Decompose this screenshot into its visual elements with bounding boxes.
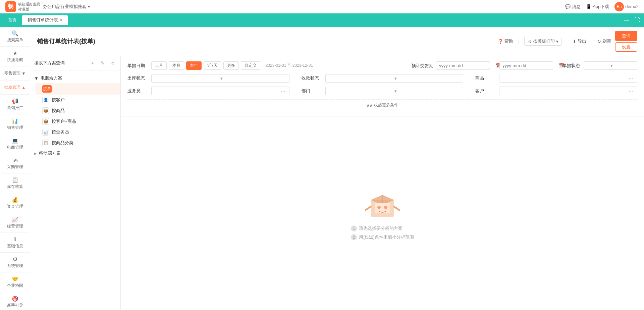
filter-row-2: 出库状态 ▾ 收款状态 ▾ 商品 ···	[127, 74, 637, 83]
delivery-status-select[interactable]: ▾	[151, 74, 289, 83]
sidebar-item-basic-info[interactable]: ℹ 基础信息	[0, 233, 30, 253]
scheme-by-order[interactable]: 按单	[36, 83, 120, 95]
scheme-by-goods-category[interactable]: 📋 按商品分类	[36, 138, 120, 148]
scheme-by-goods[interactable]: 📦 按商品	[36, 105, 120, 116]
order-status-select[interactable]: ▾	[584, 61, 637, 70]
salesman-label: 业务员	[127, 88, 146, 94]
goods-category-icon: 📋	[42, 140, 49, 146]
svg-point-4	[377, 206, 381, 209]
app-download-button[interactable]: 📱 App下载	[586, 4, 609, 10]
left-panel-header: 按以下方案查询 + ✎ «	[30, 56, 120, 70]
tab-close-icon[interactable]: ×	[60, 18, 62, 22]
edit-scheme-button[interactable]: ✎	[99, 59, 106, 67]
chevron-up-icon: ▲	[22, 85, 26, 90]
date-btn-last7days[interactable]: 近7天	[204, 61, 221, 70]
chevron-down-icon2: ▼	[34, 76, 39, 81]
sidebar-item-inventory[interactable]: 📋 库存核算	[0, 173, 30, 193]
pc-group-toggle[interactable]: ▼ 电脑端方案	[30, 73, 120, 83]
expand-arrow-icon: ▶	[34, 152, 37, 155]
sidebar-item-quick-nav[interactable]: ★ 快捷导航	[0, 47, 30, 66]
scheme-by-customer[interactable]: 👤 按客户	[36, 95, 120, 105]
breadcrumb[interactable]: 办公用品行业模拟账套 ▾	[43, 4, 90, 10]
gear-icon: ⚙	[13, 256, 17, 262]
goods-input[interactable]	[502, 76, 628, 81]
info-icon: ℹ	[14, 236, 16, 243]
sidebar-item-retail[interactable]: 零售管理 ▼	[0, 66, 30, 81]
collapse-button[interactable]: ∧∧ 收起更多条件	[367, 102, 398, 108]
salesman-input-wrap: ···	[151, 87, 289, 95]
message-button[interactable]: 💬 消息	[565, 4, 581, 10]
tab-minimize-button[interactable]: —	[623, 16, 631, 24]
sidebar-item-operations[interactable]: 📈 经营管理	[0, 213, 30, 233]
expected-date-to-wrap: 📅	[499, 61, 553, 70]
customer-dots[interactable]: ···	[628, 88, 634, 94]
scheme-by-salesman[interactable]: 📊 按业务员	[36, 127, 120, 138]
tab-sales-order-stats[interactable]: 销售订单统计表 ×	[22, 15, 68, 25]
tip-num-1: 1	[351, 225, 357, 231]
sidebar-item-marketing[interactable]: 📢 营销推广	[0, 95, 30, 114]
customer-label: 客户	[475, 88, 494, 94]
left-panel: 按以下方案查询 + ✎ « ▼ 电脑端方案 按单	[30, 56, 121, 310]
tab-home[interactable]: 首页	[3, 15, 22, 25]
date-btn-custom[interactable]: 自定义	[241, 61, 260, 70]
customer-icon: 👤	[42, 97, 49, 103]
date-btn-this-month[interactable]: 本月	[169, 61, 184, 70]
sidebar-item-ecommerce[interactable]: 💻 电商管理	[0, 134, 30, 154]
add-scheme-button[interactable]: +	[89, 59, 96, 67]
avatar: Ea	[614, 2, 624, 11]
print-icon: 🖨	[527, 39, 532, 44]
customer-input[interactable]	[502, 89, 628, 94]
sidebar-item-finance[interactable]: 💰 资金管理	[0, 193, 30, 213]
sidebar-item-wholesale[interactable]: 批发管理 ▲	[0, 81, 30, 95]
scheme-by-customer-goods[interactable]: 📦 按客户+商品	[36, 116, 120, 127]
top-bar: 畅 畅捷通好生意 标准版 办公用品行业模拟账套 ▾ 💬 消息 📱 App下载 E…	[0, 0, 644, 13]
help-button[interactable]: ❓ 帮助	[498, 38, 513, 44]
separator2	[567, 39, 567, 44]
order-status-arrow-icon: ▾	[610, 63, 634, 68]
svg-line-7	[394, 207, 399, 210]
sidebar-item-enterprise[interactable]: 🤝 企业协同	[0, 272, 30, 292]
sidebar-item-search[interactable]: 🔍 搜索菜单	[0, 27, 30, 47]
payment-status-select[interactable]: ▾	[325, 74, 464, 83]
settings-button[interactable]: 设置	[615, 42, 637, 52]
tree-area: ▼ 电脑端方案 按单 👤 按客户	[30, 70, 120, 310]
tab-bar: 首页 销售订单统计表 × — ⛶	[0, 13, 644, 27]
date-btn-more[interactable]: 更多	[223, 61, 239, 70]
page-actions: ❓ 帮助 🖨 按模板打印 ▾ ⬇ 导出 ↻ 刷新	[498, 31, 637, 56]
department-select[interactable]: ▾	[325, 87, 464, 95]
filter-area: 单据日期 上月 本月 本年 近7天 更多 自定义 2023-01-01 至 20…	[121, 56, 644, 116]
expected-date-to[interactable]	[502, 63, 559, 68]
sidebar-item-system[interactable]: ⚙ 系统管理	[0, 253, 30, 272]
print-button[interactable]: 🖨 按模板打印 ▾	[524, 37, 561, 46]
svg-point-5	[384, 206, 387, 209]
logo-area: 畅 畅捷通好生意 标准版	[5, 1, 40, 12]
department-label: 部门	[302, 88, 320, 94]
expected-date-from[interactable]	[439, 63, 495, 68]
salesman-dots[interactable]: ···	[280, 88, 286, 94]
sidebar-item-sales[interactable]: 📊 销售管理	[0, 114, 30, 134]
sidebar-item-purchase[interactable]: 🛍 采购管理	[0, 154, 30, 173]
query-btn-wrap: 查询 设置	[615, 31, 637, 52]
guide-icon: 🎯	[12, 296, 18, 302]
date-btn-this-year[interactable]: 本年	[186, 61, 202, 70]
mobile-group-toggle[interactable]: ▶ 移动端方案	[30, 148, 120, 158]
date-btn-last-month[interactable]: 上月	[151, 61, 167, 70]
empty-image	[362, 187, 402, 220]
collapse-panel-button[interactable]: «	[109, 59, 116, 67]
goods-dots[interactable]: ···	[628, 75, 634, 81]
date-range-text: 2023-01-01 至 2023-12-31	[266, 63, 313, 68]
order-status-label: 单据状态	[562, 63, 581, 69]
export-button[interactable]: ⬇ 导出	[573, 38, 586, 44]
inventory-icon: 📋	[12, 177, 18, 183]
salesman-input[interactable]	[154, 89, 280, 94]
user-menu-button[interactable]: Ea demo2	[614, 2, 639, 11]
purchase-icon: 🛍	[12, 157, 18, 163]
goods-scheme-icon: 📦	[42, 107, 49, 114]
search-icon: 🔍	[12, 30, 18, 37]
query-button[interactable]: 查询	[615, 31, 637, 41]
sidebar-item-guide[interactable]: 🎯 新手引导	[0, 292, 30, 310]
empty-tip-1: 1 请先选择要分析的方案	[351, 225, 414, 231]
tab-maximize-button[interactable]: ⛶	[633, 16, 641, 24]
payment-status-arrow-icon: ▾	[394, 76, 461, 81]
refresh-button[interactable]: ↻ 刷新	[597, 38, 611, 44]
